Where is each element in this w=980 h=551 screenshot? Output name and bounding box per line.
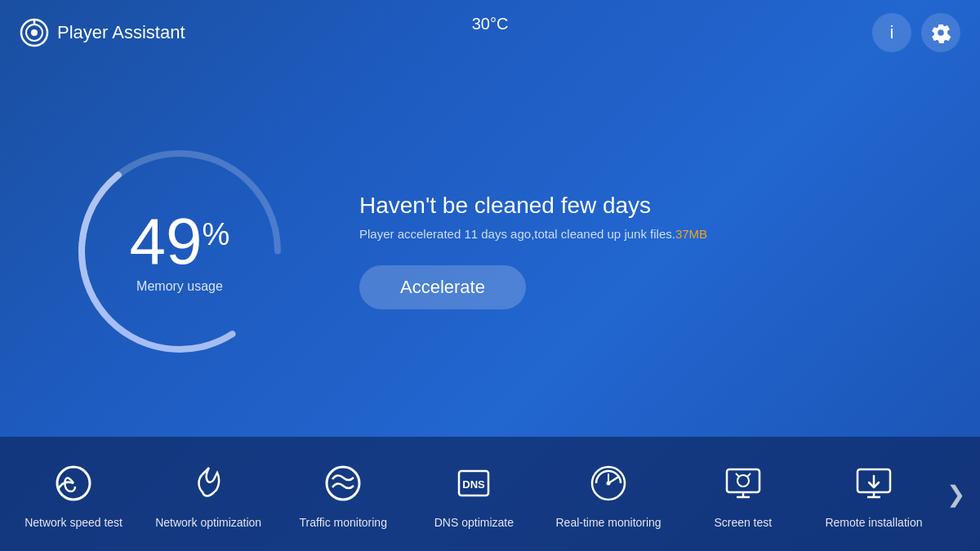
toolbar-item-traffic[interactable]: Traffic monitoring (294, 459, 392, 529)
settings-button[interactable] (921, 13, 960, 52)
toolbar-item-screen[interactable]: Screen test (694, 459, 792, 529)
gauge-center: 49% Memory usage (130, 209, 230, 294)
header: Player Assistant 30°C i (0, 0, 980, 65)
status-title: Haven't be cleaned few days (359, 193, 915, 219)
toolbar-label-network-opt: Network optimization (155, 516, 261, 529)
bottom-toolbar: Network speed test Network optimization … (0, 437, 980, 551)
status-description: Player accelerated 11 days ago,total cle… (359, 227, 915, 241)
gauge-percent-sign: % (203, 219, 230, 250)
svg-point-15 (737, 475, 749, 487)
toolbar-label-traffic: Traffic monitoring (300, 516, 387, 529)
realtime-icon (584, 459, 633, 508)
toolbar-label-realtime: Real-time monitoring (556, 516, 662, 529)
accelerate-button[interactable]: Accelerate (359, 265, 526, 309)
network-speed-icon (49, 459, 98, 508)
info-button[interactable]: i (872, 13, 911, 52)
toolbar-item-dns[interactable]: DNS DNS optimizate (425, 459, 523, 529)
logo-icon (20, 18, 49, 47)
toolbar-item-network-opt[interactable]: Network optimization (155, 459, 261, 529)
toolbar-item-network-speed[interactable]: Network speed test (24, 459, 122, 529)
dns-icon: DNS (449, 459, 498, 508)
toolbar-label-dns: DNS optimizate (434, 516, 514, 529)
svg-text:DNS: DNS (463, 478, 486, 491)
gauge-container: 49% Memory usage (65, 137, 294, 366)
status-highlight: 37MB (675, 227, 707, 241)
svg-line-17 (747, 473, 751, 477)
main-content: 49% Memory usage Haven't be cleaned few … (0, 65, 980, 437)
next-arrow[interactable]: ❯ (939, 478, 972, 510)
toolbar-items: Network speed test Network optimization … (8, 459, 939, 529)
svg-point-2 (31, 29, 38, 36)
gauge-percent: 49% (130, 209, 230, 274)
traffic-icon (318, 459, 368, 508)
gauge-label: Memory usage (130, 279, 230, 294)
toolbar-item-remote[interactable]: Remote installation (825, 459, 923, 529)
toolbar-label-network-speed: Network speed test (24, 516, 122, 529)
network-opt-icon (184, 459, 233, 508)
screen-icon (719, 459, 768, 508)
svg-rect-12 (727, 469, 760, 492)
gear-icon (930, 22, 951, 43)
temperature-display: 30°C (472, 15, 509, 33)
toolbar-item-realtime[interactable]: Real-time monitoring (556, 459, 662, 529)
svg-line-16 (736, 473, 739, 477)
app-logo: Player Assistant (20, 18, 185, 47)
svg-point-5 (327, 467, 359, 500)
toolbar-label-screen: Screen test (714, 516, 772, 529)
remote-icon (849, 459, 898, 508)
header-buttons: i (872, 13, 960, 52)
svg-point-11 (607, 482, 611, 486)
right-panel: Haven't be cleaned few days Player accel… (359, 193, 915, 309)
app-title: Player Assistant (57, 22, 185, 43)
gauge-number: 49 (130, 209, 203, 274)
toolbar-label-remote: Remote installation (825, 516, 922, 529)
status-desc-text: Player accelerated 11 days ago,total cle… (359, 227, 675, 241)
